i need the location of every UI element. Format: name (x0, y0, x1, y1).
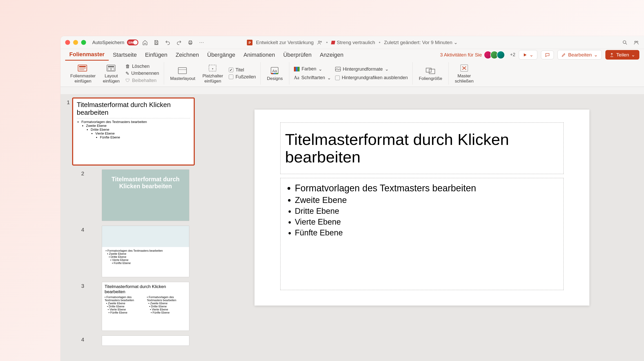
thumb-body: • Formatvorlagen des Textmasters bearbei… (102, 247, 189, 277)
body-placeholder[interactable]: Formatvorlagen des Textmasters bearbeite… (280, 178, 564, 290)
search-icon[interactable] (622, 39, 628, 46)
chevron-down-icon: ⌄ (327, 75, 331, 81)
footers-checkbox[interactable]: Fußzeilen (229, 74, 256, 80)
document-title[interactable]: Entwickelt zur Verstärkung (256, 40, 314, 45)
home-icon[interactable] (142, 39, 148, 46)
fullscreen-window-icon[interactable] (81, 40, 86, 45)
master-layout-button[interactable]: Masterlayout (169, 65, 197, 82)
checkbox-icon (335, 76, 340, 80)
workspace: 1 Titelmasterformat durch Klicken bearbe… (61, 94, 644, 361)
svg-rect-1 (189, 42, 192, 44)
save-icon[interactable] (153, 39, 159, 46)
avatar[interactable] (497, 51, 505, 59)
svg-point-9 (637, 41, 638, 43)
thumb-title: Titelmasterformat durch Klicken bearbeit… (105, 284, 187, 294)
activities-link[interactable]: 3 Aktivitäten für Sie (440, 52, 482, 58)
thumbnail-number: 3 (78, 282, 84, 331)
insert-placeholder-button[interactable]: ▾ Platzhalter einfügen (201, 62, 225, 85)
ribbon-group-background: Farben⌄ AaSchriftarten⌄ Hintergrundforma… (289, 62, 412, 85)
thumb-body: Formatvorlagen des Textmasters bearbeite… (77, 120, 190, 139)
title-checkbox[interactable]: Titel (229, 67, 256, 73)
shield-icon (331, 41, 335, 44)
undo-icon[interactable] (165, 39, 171, 46)
presence-avatars[interactable] (486, 51, 505, 59)
svg-text:Aa: Aa (272, 69, 277, 73)
svg-rect-29 (298, 67, 300, 71)
svg-rect-24 (271, 73, 273, 74)
checkbox-icon (229, 75, 233, 79)
thumbnail-pane[interactable]: 1 Titelmasterformat durch Klicken bearbe… (61, 94, 200, 361)
present-button[interactable]: ⌄ (519, 50, 537, 60)
thumbnail-number: 1 (63, 98, 70, 165)
svg-point-6 (321, 41, 322, 42)
slide-size-button[interactable]: Foliengröße (417, 65, 444, 82)
comments-button[interactable] (541, 51, 554, 59)
share-people-icon[interactable] (317, 40, 323, 45)
placeholder-checkboxes: Titel Fußzeilen (229, 67, 256, 80)
tab-insert[interactable]: Einfügen (141, 50, 172, 60)
svg-rect-27 (294, 67, 296, 71)
rename-button[interactable]: ✎Umbenennen (125, 71, 159, 76)
svg-point-7 (623, 40, 626, 43)
insert-slidemaster-button[interactable]: Folienmaster einfügen (69, 62, 97, 85)
edit-button[interactable]: Bearbeiten⌄ (557, 50, 602, 60)
master-layout-icon (177, 66, 188, 75)
colors-icon (294, 67, 300, 71)
tab-view[interactable]: Anzeigen (316, 50, 348, 60)
svg-rect-18 (178, 68, 187, 74)
autosave-toggle[interactable]: EIN (127, 39, 138, 45)
insert-layout-button[interactable]: Layout einfügen (101, 62, 121, 85)
avatar-overflow-count[interactable]: +2 (510, 52, 515, 58)
fonts-icon: Aa (294, 75, 299, 80)
coauthor-icon[interactable] (633, 39, 639, 46)
share-button[interactable]: Teilen⌄ (605, 50, 639, 60)
delete-button[interactable]: 🗑Löschen (125, 64, 159, 69)
ribbon-group-themes: Aa Designs (260, 62, 289, 85)
sensitivity-label[interactable]: Streng vertraulich (331, 40, 375, 45)
tab-transitions[interactable]: Übergänge (203, 50, 239, 60)
slidemaster-icon (78, 63, 88, 72)
svg-rect-28 (296, 67, 298, 71)
svg-rect-25 (273, 73, 276, 74)
close-master-button[interactable]: Master schließen (453, 62, 475, 85)
designs-button[interactable]: Aa Designs (265, 65, 284, 82)
minimize-window-icon[interactable] (73, 40, 78, 45)
autosave-toggle-group: AutoSpeichern EIN (92, 39, 138, 45)
window-controls (65, 40, 86, 45)
preserve-button[interactable]: 🛡Beibehalten (125, 78, 159, 83)
thumbnail-row: 1 Titelmasterformat durch Klicken bearbe… (63, 98, 197, 165)
layout-thumbnail[interactable]: • Formatvorlagen des Textmasters bearbei… (102, 226, 189, 277)
tab-home[interactable]: Startseite (109, 50, 141, 60)
svg-rect-12 (79, 68, 86, 69)
layout-thumbnail[interactable]: Titelmasterformat durch Klicken bearbeit… (102, 169, 189, 221)
colors-fonts-stack: Farben⌄ AaSchriftarten⌄ (294, 66, 331, 81)
hide-bg-checkbox[interactable]: Hintergrundgrafiken ausblenden (335, 75, 408, 80)
bg-styles-button[interactable]: Hintergrundformate⌄ (335, 66, 408, 72)
tab-draw[interactable]: Zeichnen (172, 50, 203, 60)
tab-slidemaster[interactable]: Folienmaster (65, 49, 109, 61)
svg-rect-13 (79, 69, 84, 70)
last-modified[interactable]: Zuletzt geändert: Vor 9 Minuten ⌄ (384, 39, 458, 45)
tab-animations[interactable]: Animationen (239, 50, 279, 60)
title-placeholder[interactable]: Titelmasterformat durch Klicken bearbeit… (280, 122, 564, 174)
layout-thumbnail[interactable] (102, 335, 189, 346)
close-icon (459, 63, 470, 72)
preserve-icon: 🛡 (125, 78, 130, 83)
colors-button[interactable]: Farben⌄ (294, 66, 331, 72)
separator-dot: • (379, 40, 380, 45)
print-icon[interactable] (187, 39, 193, 46)
fonts-button[interactable]: AaSchriftarten⌄ (294, 75, 331, 81)
powerpoint-app-icon: P (247, 40, 252, 45)
thumb-title: Titelmasterformat durch Klicken bearbeit… (106, 176, 185, 190)
master-slide[interactable]: Titelmasterformat durch Klicken bearbeit… (255, 110, 589, 306)
redo-icon[interactable] (176, 39, 182, 46)
app-window: AutoSpeichern EIN ⋯ P Entwickelt zur Ver… (61, 36, 644, 361)
more-icon[interactable]: ⋯ (199, 39, 205, 46)
ribbon: Folienmaster einfügen Layout einfügen 🗑L… (61, 61, 644, 87)
layout-thumbnail[interactable]: Titelmasterformat durch Klicken bearbeit… (102, 282, 189, 331)
slide-size-icon (425, 66, 436, 75)
close-window-icon[interactable] (65, 40, 70, 45)
tab-review[interactable]: Überprüfen (279, 50, 316, 60)
slide-canvas-area[interactable]: Titelmasterformat durch Klicken bearbeit… (200, 94, 644, 361)
master-slide-thumbnail[interactable]: Titelmasterformat durch Klicken bearbeit… (73, 98, 194, 165)
